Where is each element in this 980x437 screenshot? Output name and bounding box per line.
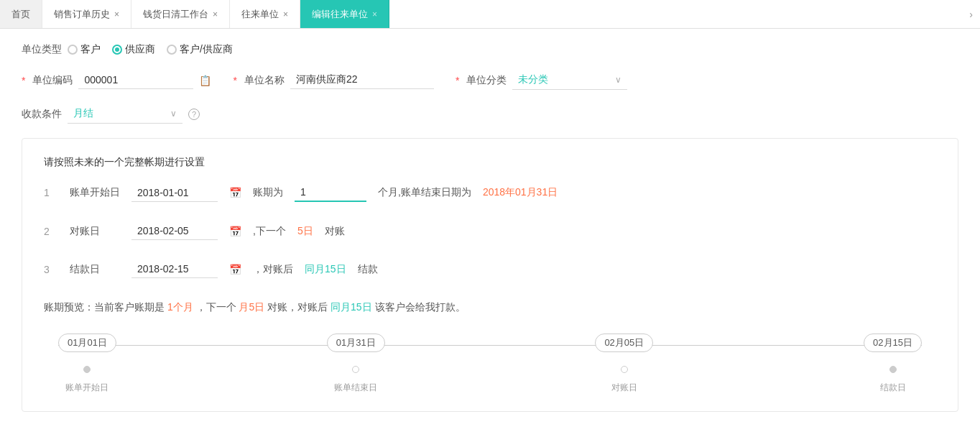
timeline-label-3: 对账日 <box>611 382 637 394</box>
preview-label: 账期预览：当前客户账期是 <box>44 301 165 313</box>
unit-code-star: * <box>22 75 25 86</box>
preview-sep2: 对账，对账后 <box>267 301 328 313</box>
tab-cash-ledger-label: 钱货日清工作台 <box>143 8 208 21</box>
setting-index-2: 2 <box>44 226 58 237</box>
row3-prefix: ，对账后 <box>253 263 293 276</box>
setting-name-3: 结款日 <box>70 263 120 276</box>
row2-highlight: 5日 <box>297 225 313 238</box>
setting-row-2: 2 对账日 📅 ,下一个 5日 对账 <box>44 222 936 240</box>
settings-box: 请按照未来的一个完整帐期进行设置 1 账单开始日 📅 账期为 个月,账单结束日期… <box>22 138 958 412</box>
timeline-point-2: 01月31日 账单结束日 <box>327 334 385 394</box>
tab-home[interactable]: 首页 <box>0 0 42 28</box>
setting-row-1: 1 账单开始日 📅 账期为 个月,账单结束日期为 2018年01月31日 <box>44 183 936 202</box>
timeline-point-4: 02月15日 结款日 <box>864 334 922 394</box>
preview-text: 账期预览：当前客户账期是 1个月 ，下一个 月5日 对账，对账后 同月15日 该… <box>44 298 936 316</box>
row2-suffix: 对账 <box>325 225 345 238</box>
tab-cash-ledger-close[interactable]: × <box>213 9 218 19</box>
unit-name-group: * 单位名称 <box>233 71 433 89</box>
payment-terms-select[interactable]: 月结 ∨ <box>68 104 182 124</box>
preview-part3: 同月15日 <box>330 301 372 313</box>
payment-terms-help[interactable]: ? <box>188 109 200 120</box>
main-content: 单位类型 客户 供应商 客户/供应商 * 单位编码 <box>0 29 980 437</box>
unit-type-row: 单位类型 客户 供应商 客户/供应商 <box>22 43 958 56</box>
tab-edit-partner-close[interactable]: × <box>372 9 377 19</box>
timeline-dot-4 <box>889 366 897 373</box>
date-icon-2[interactable]: 📅 <box>229 226 241 237</box>
radio-customer-circle <box>68 45 78 55</box>
preview-part2: 月5日 <box>239 301 264 313</box>
payment-terms-value: 月结 <box>73 107 167 120</box>
preview-sep1: ，下一个 <box>196 301 236 313</box>
unit-info-row: * 单位编码 📋 * 单位名称 * 单位分类 未分类 ∨ <box>22 70 958 90</box>
tab-cash-ledger[interactable]: 钱货日清工作台 × <box>131 0 230 28</box>
setting-index-3: 3 <box>44 264 58 275</box>
unit-name-label: 单位名称 <box>244 74 285 87</box>
radio-customer-label: 客户 <box>80 43 101 56</box>
radio-supplier-label: 供应商 <box>125 43 155 56</box>
timeline-point-3: 02月05日 对账日 <box>595 334 653 394</box>
tab-sales-history[interactable]: 销售订单历史 × <box>42 0 131 28</box>
setting-index-1: 1 <box>44 187 58 198</box>
timeline-badge-2: 01月31日 <box>327 334 385 352</box>
radio-both-label: 客户/供应商 <box>180 43 233 56</box>
tab-nav-arrow[interactable]: › <box>962 0 980 28</box>
tab-edit-partner-label: 编辑往来单位 <box>312 8 368 21</box>
unit-category-label: 单位分类 <box>466 74 507 87</box>
payment-terms-arrow: ∨ <box>170 109 177 119</box>
timeline-badge-3: 02月05日 <box>595 334 653 352</box>
date-icon-1[interactable]: 📅 <box>229 187 241 198</box>
unit-category-select[interactable]: 未分类 ∨ <box>512 70 627 90</box>
payment-terms-group: 收款条件 月结 ∨ ? <box>22 104 200 124</box>
timeline-dot-1 <box>83 366 91 373</box>
date-icon-3[interactable]: 📅 <box>229 264 241 275</box>
tab-sales-history-close[interactable]: × <box>114 9 119 19</box>
timeline-label-2: 账单结束日 <box>334 382 377 394</box>
unit-code-icon[interactable]: 📋 <box>199 75 211 86</box>
tab-sales-history-label: 销售订单历史 <box>54 8 110 21</box>
setting-row-3: 3 结款日 📅 ，对账后 同月15日 结款 <box>44 260 936 278</box>
payment-terms-row: 收款条件 月结 ∨ ? <box>22 104 958 124</box>
radio-both[interactable]: 客户/供应商 <box>167 43 233 56</box>
settings-title: 请按照未来的一个完整帐期进行设置 <box>44 156 936 169</box>
timeline-points: 01月01日 账单开始日 01月31日 账单结束日 02月05日 对账日 02月… <box>58 334 922 394</box>
timeline-label-1: 账单开始日 <box>65 382 108 394</box>
radio-supplier[interactable]: 供应商 <box>112 43 155 56</box>
unit-code-label: 单位编码 <box>32 74 73 87</box>
timeline: 01月01日 账单开始日 01月31日 账单结束日 02月05日 对账日 02月… <box>44 334 936 394</box>
tab-partners-label: 往来单位 <box>241 8 279 21</box>
date-input-1[interactable] <box>131 184 218 202</box>
date-input-3[interactable] <box>131 260 218 278</box>
radio-supplier-circle <box>112 45 122 55</box>
unit-name-input[interactable] <box>290 71 434 89</box>
tab-home-label: 首页 <box>11 8 30 21</box>
preview-part1: 1个月 <box>167 301 193 313</box>
radio-both-circle <box>167 45 177 55</box>
tab-edit-partner[interactable]: 编辑往来单位 × <box>300 0 389 28</box>
unit-name-star: * <box>233 75 236 86</box>
timeline-label-4: 结款日 <box>880 382 906 394</box>
unit-category-arrow: ∨ <box>615 75 621 85</box>
tab-partners-close[interactable]: × <box>283 9 288 19</box>
unit-category-value: 未分类 <box>518 73 612 86</box>
period-end-date: 2018年01月31日 <box>483 186 558 199</box>
unit-category-star: * <box>456 75 459 86</box>
payment-terms-label: 收款条件 <box>22 108 62 121</box>
radio-customer[interactable]: 客户 <box>68 43 101 56</box>
radio-group: 客户 供应商 客户/供应商 <box>68 43 233 56</box>
row3-suffix: 结款 <box>358 263 378 276</box>
unit-code-input[interactable] <box>78 71 193 89</box>
timeline-badge-4: 02月15日 <box>864 334 922 352</box>
row2-prefix: ,下一个 <box>253 225 286 238</box>
unit-code-group: * 单位编码 📋 <box>22 71 211 89</box>
tab-bar: 首页 销售订单历史 × 钱货日清工作台 × 往来单位 × 编辑往来单位 × › <box>0 0 980 29</box>
unit-type-group: 单位类型 客户 供应商 客户/供应商 <box>22 43 233 56</box>
period-input[interactable] <box>295 183 366 202</box>
unit-type-label: 单位类型 <box>22 43 62 56</box>
tab-partners[interactable]: 往来单位 × <box>230 0 300 28</box>
timeline-badge-1: 01月01日 <box>58 334 116 352</box>
unit-category-group: * 单位分类 未分类 ∨ <box>456 70 627 90</box>
preview-suffix: 该客户会给我打款。 <box>375 301 466 313</box>
row3-highlight: 同月15日 <box>305 263 346 276</box>
date-input-2[interactable] <box>131 222 218 240</box>
setting-name-2: 对账日 <box>70 225 120 238</box>
